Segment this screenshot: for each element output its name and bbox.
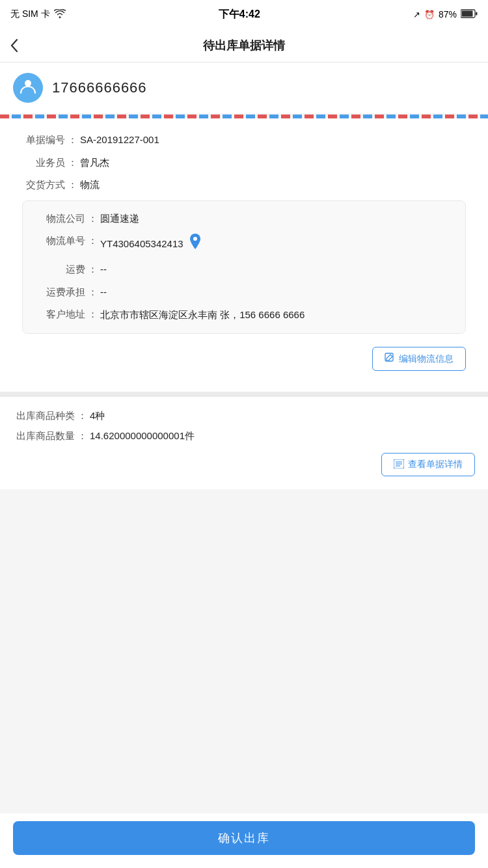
- product-quantity-label: 出库商品数量: [13, 430, 75, 442]
- back-button[interactable]: [10, 38, 18, 53]
- sales-person-value: 曾凡杰: [80, 156, 475, 170]
- tracking-number-label: 物流单号: [33, 234, 85, 249]
- freight-value: --: [100, 262, 455, 277]
- address-value: 北京市市辖区海淀区永丰南 张，156 6666 6666: [100, 307, 455, 323]
- confirm-section: 确认出库: [0, 813, 488, 868]
- document-number-row: 单据编号 ： SA-20191227-001: [13, 133, 475, 148]
- customer-header: 17666666666: [0, 62, 488, 113]
- section-divider: [0, 392, 488, 397]
- freight-label: 运费: [33, 262, 85, 277]
- freight-bearer-value: --: [100, 285, 455, 300]
- base-info-section: 单据编号 ： SA-20191227-001 业务员 ： 曾凡杰 交货方式 ： …: [0, 118, 488, 392]
- tracking-number-value-container: YT43064053424​13: [100, 234, 455, 254]
- svg-point-4: [193, 237, 197, 241]
- document-number-label: 单据编号: [13, 133, 65, 148]
- document-number-value: SA-20191227-001: [80, 133, 475, 148]
- svg-rect-1: [461, 10, 472, 16]
- delivery-method-label: 交货方式: [13, 178, 65, 193]
- battery-icon: [461, 9, 478, 20]
- avatar: [13, 73, 43, 103]
- tracking-number-row: 物流单号 ： YT43064053424​13: [33, 234, 455, 254]
- location-icon[interactable]: [189, 234, 202, 254]
- sales-person-label: 业务员: [13, 156, 65, 170]
- status-time: 下午4:42: [219, 8, 260, 21]
- product-types-label: 出库商品种类: [13, 410, 75, 422]
- edit-logistics-button[interactable]: 编辑物流信息: [372, 347, 466, 371]
- stock-section: 出库商品种类 ： 4种 出库商品数量 ： 14.620000000000001件…: [0, 397, 488, 489]
- status-bar: 无 SIM 卡 下午4:42 ↗ ⏰ 87%: [0, 0, 488, 29]
- logistics-card: 物流公司 ： 圆通速递 物流单号 ： YT43064053424​13 运费 ：…: [22, 200, 466, 334]
- view-detail-container: 查看单据详情: [13, 450, 475, 479]
- svg-point-3: [25, 80, 31, 87]
- delivery-method-row: 交货方式 ： 物流: [13, 178, 475, 193]
- page-title: 待出库单据详情: [203, 38, 285, 53]
- address-label: 客户地址: [33, 307, 85, 322]
- nav-bar: 待出库单据详情: [0, 29, 488, 62]
- logistics-company-value: 圆通速递: [100, 211, 455, 226]
- product-types-value: 4种: [90, 410, 105, 422]
- battery-label: 87%: [439, 9, 457, 20]
- logistics-company-row: 物流公司 ： 圆通速递: [33, 211, 455, 226]
- empty-area: [0, 489, 488, 619]
- confirm-outbound-button[interactable]: 确认出库: [13, 821, 475, 855]
- status-right: ↗ ⏰ 87%: [413, 9, 478, 20]
- tracking-number-text: YT43064053424​13: [100, 237, 183, 252]
- view-detail-button[interactable]: 查看单据详情: [381, 453, 475, 476]
- alarm-icon: ⏰: [424, 10, 435, 20]
- edit-logistics-label: 编辑物流信息: [399, 353, 454, 365]
- product-quantity-row: 出库商品数量 ： 14.620000000000001件: [13, 430, 475, 442]
- freight-bearer-row: 运费承担 ： --: [33, 285, 455, 300]
- user-icon: [20, 77, 36, 98]
- bottom-spacer: [0, 619, 488, 678]
- view-detail-label: 查看单据详情: [408, 459, 463, 470]
- edit-logistics-container: 编辑物流信息: [13, 340, 475, 381]
- edit-icon: [385, 353, 395, 365]
- list-icon: [394, 459, 404, 470]
- status-left: 无 SIM 卡: [10, 8, 66, 20]
- sales-person-row: 业务员 ： 曾凡杰: [13, 156, 475, 170]
- svg-rect-2: [476, 12, 478, 15]
- customer-phone: 17666666666: [52, 79, 147, 96]
- logistics-company-label: 物流公司: [33, 211, 85, 226]
- gps-icon: ↗: [413, 10, 420, 20]
- product-quantity-value: 14.620000000000001件: [90, 430, 195, 442]
- product-types-row: 出库商品种类 ： 4种: [13, 410, 475, 422]
- sim-label: 无 SIM 卡: [10, 8, 50, 20]
- freight-bearer-label: 运费承担: [33, 285, 85, 300]
- wifi-icon: [54, 9, 66, 20]
- address-row: 客户地址 ： 北京市市辖区海淀区永丰南 张，156 6666 6666: [33, 307, 455, 323]
- delivery-method-value: 物流: [80, 178, 475, 193]
- freight-row: 运费 ： --: [33, 262, 455, 277]
